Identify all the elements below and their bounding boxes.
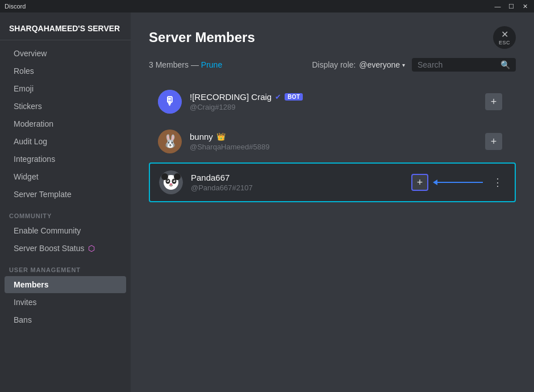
close-button[interactable]: ✕ — [520, 3, 529, 10]
sidebar-item-label: Moderation — [14, 119, 53, 128]
sidebar-item-invites[interactable]: Invites — [5, 294, 126, 311]
display-role-label: Display role: — [312, 60, 356, 69]
sidebar-item-label: Stickers — [14, 102, 42, 111]
sidebar-item-label: Server Boost Status — [14, 244, 85, 253]
boost-icon: ⬡ — [88, 244, 95, 253]
role-value: @everyone — [359, 60, 400, 69]
window-controls[interactable]: — ☐ ✕ — [493, 3, 529, 10]
name-text: ![RECORDING] Craig — [190, 92, 272, 102]
sidebar: SHARQAHAMEED'S SERVER Overview Roles Emo… — [0, 12, 131, 392]
sidebar-item-label: Roles — [14, 66, 34, 76]
members-toolbar: 3 Members — Prune Display role: @everyon… — [149, 58, 516, 72]
sidebar-item-widget[interactable]: Widget — [5, 168, 126, 185]
count-text: 3 Members — [149, 60, 189, 69]
svg-text:🎙: 🎙 — [164, 95, 176, 107]
member-name-panda: Panda667 — [191, 173, 411, 182]
sidebar-item-emoji[interactable]: Emoji — [5, 80, 126, 97]
sidebar-item-members[interactable]: Members — [5, 276, 126, 293]
page-title: Server Members — [149, 30, 255, 45]
close-settings-button[interactable]: ✕ ESC — [493, 26, 516, 49]
sidebar-item-boost-status[interactable]: Server Boost Status ⬡ — [5, 240, 126, 257]
add-role-button-bunny[interactable]: + — [485, 133, 502, 150]
avatar-bunny: 🐰 — [158, 130, 182, 153]
arrow-line — [437, 182, 483, 183]
sidebar-item-moderation[interactable]: Moderation — [5, 115, 126, 132]
svg-text:🐰: 🐰 — [162, 134, 178, 149]
member-info-panda: Panda667 @Panda667#2107 — [191, 173, 411, 192]
add-role-button-panda[interactable]: + — [411, 174, 428, 191]
more-options-button-panda[interactable]: ⋮ — [490, 174, 506, 190]
esc-label: ESC — [499, 40, 510, 45]
sidebar-item-label: Invites — [14, 298, 36, 307]
arrow-indicator — [433, 180, 483, 185]
member-row-panda: Panda667 @Panda667#2107 + ⋮ — [149, 162, 516, 202]
member-name-craig: ![RECORDING] Craig ✔ BOT — [190, 92, 485, 102]
sidebar-item-label: Server Template — [14, 190, 72, 199]
member-row-bunny: 🐰 bunny 👑 @SharqaHameed#5889 + — [149, 123, 516, 160]
page-header: Server Members ✕ ESC — [149, 26, 516, 49]
sidebar-item-label: Members — [14, 280, 48, 289]
sidebar-item-audit-log[interactable]: Audit Log — [5, 133, 126, 150]
arrow-head — [433, 180, 437, 185]
search-icon: 🔍 — [500, 60, 510, 69]
search-input[interactable] — [418, 60, 497, 69]
member-row-craig: 🎙 ![RECORDING] Craig ✔ BOT @Craig#1289 + — [149, 83, 516, 120]
name-text: Panda667 — [191, 173, 230, 182]
sidebar-item-overview[interactable]: Overview — [5, 45, 126, 62]
sidebar-item-label: Emoji — [14, 84, 34, 93]
sidebar-item-label: Enable Community — [14, 226, 81, 235]
chevron-down-icon: ▾ — [402, 62, 405, 68]
main-content: Server Members ✕ ESC 3 Members — Prune D… — [131, 12, 534, 392]
separator: — — [191, 60, 201, 69]
member-tag-craig: @Craig#1289 — [190, 103, 485, 111]
member-tag-bunny: @SharqaHameed#5889 — [190, 143, 485, 151]
user-management-section-header: USER MANAGEMENT — [0, 257, 131, 276]
sidebar-item-integrations[interactable]: Integrations — [5, 151, 126, 168]
name-text: bunny — [190, 132, 213, 141]
role-dropdown[interactable]: @everyone ▾ — [359, 60, 405, 69]
member-info-bunny: bunny 👑 @SharqaHameed#5889 — [190, 132, 485, 151]
crown-icon: 👑 — [216, 132, 226, 141]
avatar-panda — [159, 170, 183, 194]
sidebar-item-enable-community[interactable]: Enable Community — [5, 222, 126, 239]
search-box[interactable]: 🔍 — [412, 58, 516, 72]
avatar-craig: 🎙 — [158, 90, 182, 114]
add-role-button-craig[interactable]: + — [485, 93, 502, 110]
svg-point-15 — [170, 184, 172, 185]
close-x-icon: ✕ — [501, 30, 508, 39]
sidebar-item-label: Widget — [14, 172, 39, 181]
app-layout: SHARQAHAMEED'S SERVER Overview Roles Emo… — [0, 12, 534, 392]
svg-point-12 — [167, 180, 168, 181]
member-name-bunny: bunny 👑 — [190, 132, 485, 141]
community-section-header: COMMUNITY — [0, 203, 131, 222]
sidebar-item-label: Audit Log — [14, 137, 47, 146]
member-tag-panda: @Panda667#2107 — [191, 184, 411, 192]
sidebar-item-label: Bans — [14, 315, 32, 324]
app-title: Discord — [5, 3, 26, 10]
titlebar: Discord — ☐ ✕ — [0, 0, 534, 12]
bot-badge: BOT — [285, 93, 303, 101]
member-info-craig: ![RECORDING] Craig ✔ BOT @Craig#1289 — [190, 92, 485, 111]
sidebar-item-label: Integrations — [14, 155, 55, 164]
display-role-control: Display role: @everyone ▾ — [312, 60, 405, 69]
svg-point-13 — [173, 180, 174, 181]
server-name: SHARQAHAMEED'S SERVER — [0, 19, 131, 40]
minimize-button[interactable]: — — [493, 3, 502, 10]
prune-link[interactable]: Prune — [201, 60, 222, 69]
sidebar-item-roles[interactable]: Roles — [5, 62, 126, 80]
sidebar-item-server-template[interactable]: Server Template — [5, 186, 126, 203]
members-count: 3 Members — Prune — [149, 60, 222, 69]
verified-icon: ✔ — [275, 93, 281, 101]
sidebar-item-label: Overview — [14, 49, 47, 58]
sidebar-item-bans[interactable]: Bans — [5, 311, 126, 328]
sidebar-item-stickers[interactable]: Stickers — [5, 98, 126, 115]
maximize-button[interactable]: ☐ — [507, 3, 516, 10]
